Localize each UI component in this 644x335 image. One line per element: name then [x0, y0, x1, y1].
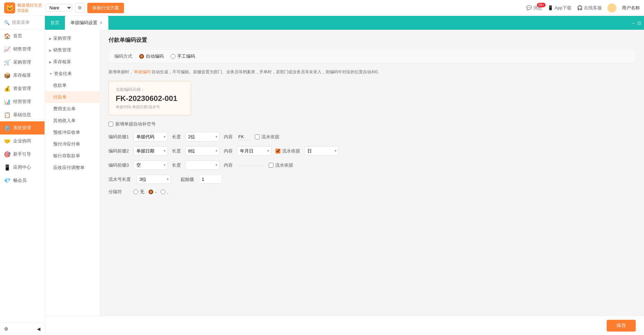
sidebar-item-sales[interactable]: 📈 销售管理	[0, 43, 45, 56]
sub-nav-item-advance-payment[interactable]: 预付冲应付单	[45, 138, 100, 150]
period-select[interactable]: 日	[304, 146, 339, 156]
content2-label: 内容	[224, 148, 233, 154]
sub-nav-title-purchase[interactable]: ▶ 采购管理	[45, 32, 100, 44]
sub-nav-title-inventory[interactable]: ▶ 库存核算	[45, 56, 100, 68]
manual-code-option[interactable]: 手工编码	[171, 53, 195, 59]
trial-button[interactable]: 体验行业方案	[87, 3, 124, 13]
user-name: 用户名称	[622, 5, 640, 11]
sub-nav-item-payment[interactable]: 付款单	[45, 91, 100, 103]
manual-code-radio[interactable]	[171, 54, 175, 59]
stream-select[interactable]: 3位	[136, 175, 171, 184]
prefix3-select[interactable]: 空	[133, 160, 168, 170]
length1-select-wrapper: 2位	[185, 132, 220, 141]
save-button[interactable]: 保存	[607, 320, 636, 332]
length3-select-wrapper	[185, 160, 220, 170]
example-desc: 单据代码-单据日期-流水号	[116, 104, 184, 110]
sub-nav-group-finance: ▼ 资金往来 收款单 付款单 费用支出单 其他收入单 预收冲应收单 预付冲应付单…	[45, 68, 100, 174]
sub-nav-item-bank-deposit[interactable]: 银行存取款单	[45, 150, 100, 162]
start-value-input[interactable]	[200, 175, 221, 184]
flow-checkbox-3[interactable]	[269, 163, 273, 168]
tab-close-icon[interactable]: ✕	[99, 20, 103, 25]
length2-select[interactable]: 8位	[185, 146, 220, 156]
sidebar-settings-icon[interactable]: ⚙	[4, 326, 8, 332]
flow-checkbox-1[interactable]	[255, 134, 260, 139]
sidebar-item-vip[interactable]: 💎 畅会员	[0, 174, 45, 187]
settings-btn[interactable]: ⚙	[75, 3, 85, 13]
basic-icon: 📋	[4, 112, 10, 118]
sidebar-item-operations[interactable]: 📊 经营管理	[0, 95, 45, 108]
sep-dot-option[interactable]: .	[161, 189, 169, 195]
sidebar-collapse-icon[interactable]: ◀	[37, 326, 40, 332]
sub-nav-item-receipt[interactable]: 收款单	[45, 80, 100, 91]
prefix1-select[interactable]: 单据代码	[133, 132, 168, 141]
sidebar-search[interactable]: 🔍 搜索菜单	[0, 16, 45, 29]
example-code: FK-20230602-001	[116, 94, 184, 103]
sidebar-item-guide[interactable]: 🎯 新手引导	[0, 148, 45, 161]
sidebar-item-enterprise[interactable]: 🤝 企业协同	[0, 134, 45, 148]
vip-icon: 💎	[4, 177, 10, 184]
tab-code-setting[interactable]: 单据编码设置 ✕	[65, 16, 108, 30]
top-bar-right: 💬 消息 99+ 📱 App下载 🎧 在线客服 用户名称	[526, 3, 640, 12]
sub-nav-item-other-income[interactable]: 其他收入单	[45, 115, 100, 127]
sub-nav-item-expense[interactable]: 费用支出单	[45, 103, 100, 115]
app-download-btn[interactable]: 📱 App下载	[548, 5, 571, 11]
tab-bar-actions: – ⊡	[632, 20, 644, 26]
tab-home[interactable]: 首页	[45, 16, 65, 30]
prefix-row-3: 编码前缀3 空 长度 内容	[108, 160, 636, 170]
content2-select[interactable]: 年月日	[237, 146, 271, 156]
length2-select-wrapper: 8位	[185, 146, 220, 156]
sub-nav-title-finance[interactable]: ▼ 资金往来	[45, 68, 100, 80]
length1-select[interactable]: 2位	[185, 132, 220, 141]
company-select[interactable]: Nare	[46, 4, 72, 12]
finance-icon: 💰	[4, 85, 10, 92]
user-avatar[interactable]	[607, 3, 616, 12]
sidebar-item-finance[interactable]: 💰 资金管理	[0, 82, 45, 95]
sub-nav-item-receivable-adj[interactable]: 应收应付调整单	[45, 162, 100, 174]
example-box: 当前编码示例： FK-20230602-001 单据代码-单据日期-流水号	[108, 81, 191, 115]
sub-nav-group-purchase: ▶ 采购管理	[45, 32, 100, 44]
sidebar-item-system[interactable]: ⚙️ 系统管理	[0, 121, 45, 134]
sales-icon: 📈	[4, 46, 10, 52]
sep-none-option[interactable]: 无	[133, 189, 144, 195]
separator-row: 分隔符 无 - .	[108, 189, 636, 195]
service-icon: 🎧	[577, 5, 583, 10]
online-service-btn[interactable]: 🎧 在线客服	[577, 5, 602, 11]
auto-code-option[interactable]: 自动编码	[139, 53, 164, 59]
prefix2-select[interactable]: 单据日期	[133, 146, 168, 156]
tab-bar: 首页 单据编码设置 ✕ – ⊡	[45, 16, 644, 30]
prefix3-label: 编码前缀3	[108, 162, 129, 168]
sep-dot-radio[interactable]	[161, 189, 165, 194]
home-icon: 🏠	[4, 33, 10, 39]
sub-nav-title-sales[interactable]: ▶ 销售管理	[45, 44, 100, 56]
sidebar-item-purchase[interactable]: 🛒 采购管理	[0, 56, 45, 69]
flow-checkbox-2[interactable]	[276, 149, 280, 153]
prefix2-select-wrapper: 单据日期	[133, 146, 168, 156]
sidebar-item-appcenter[interactable]: 📱 应用中心	[0, 161, 45, 174]
sep-dash-radio[interactable]	[148, 189, 153, 194]
sep-none-radio[interactable]	[133, 189, 138, 194]
sidebar-item-home[interactable]: 🏠 首页	[0, 29, 45, 43]
system-icon: ⚙️	[4, 125, 10, 131]
content3-value	[237, 164, 265, 166]
sidebar-footer: ⚙ ◀	[0, 323, 45, 335]
enterprise-icon: 🤝	[4, 138, 10, 144]
arrow-icon: ▶	[49, 60, 52, 64]
tab-collapse-icon[interactable]: –	[632, 20, 635, 26]
top-bar-controls: Nare ⚙ 体验行业方案	[46, 3, 124, 13]
auto-fill-checkbox[interactable]	[108, 122, 113, 127]
prefix-row-2: 编码前缀2 单据日期 长度 8位 内容	[108, 146, 636, 156]
auto-code-radio[interactable]	[139, 54, 144, 59]
message-btn[interactable]: 💬 消息 99+	[526, 5, 542, 11]
appcenter-icon: 📱	[4, 164, 10, 170]
prefix1-select-wrapper: 单据代码	[133, 132, 168, 141]
length3-label: 长度	[172, 162, 181, 168]
sidebar-item-basic[interactable]: 📋 基础信息	[0, 108, 45, 121]
length3-select[interactable]	[185, 160, 220, 170]
tab-expand-icon[interactable]: ⊡	[637, 20, 641, 26]
message-count: 99+	[537, 3, 546, 7]
sub-nav-item-advance-receipt[interactable]: 预收冲应收单	[45, 127, 100, 138]
sidebar-item-inventory[interactable]: 📦 库存核算	[0, 69, 45, 82]
sep-dash-option[interactable]: -	[148, 189, 156, 195]
main-layout: 🔍 搜索菜单 🏠 首页 📈 销售管理 🛒 采购管理 📦 库存核算 💰	[0, 16, 644, 335]
search-icon: 🔍	[4, 20, 10, 25]
